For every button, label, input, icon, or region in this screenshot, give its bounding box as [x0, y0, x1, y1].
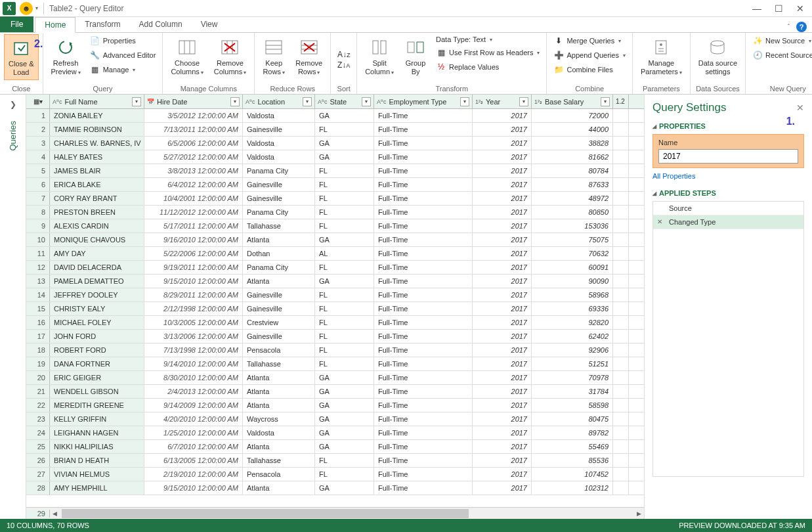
cell-fullname[interactable]: MEREDITH GREENE: [50, 399, 144, 412]
cell-year[interactable]: 2017: [473, 385, 532, 398]
cell-hiredate[interactable]: 4/20/2010 12:00:00 AM: [144, 412, 243, 426]
table-row[interactable]: 12DAVID DELACERDA9/19/2011 12:00:00 AMPa…: [26, 261, 644, 275]
cell-year[interactable]: 2017: [473, 371, 532, 384]
table-row[interactable]: 26BRIAN D HEATH6/13/2005 12:00:00 AMTall…: [26, 454, 644, 468]
cell-location[interactable]: Tallahasse: [243, 454, 315, 467]
filter-icon[interactable]: ▾: [519, 97, 528, 106]
refresh-preview-button[interactable]: Refresh Preview: [47, 34, 85, 79]
cell-fullname[interactable]: HALEY BATES: [50, 150, 144, 164]
cell-salary[interactable]: 44000: [532, 123, 613, 136]
table-row[interactable]: 1ZONIA BAILEY3/5/2012 12:00:00 AMValdost…: [26, 109, 644, 123]
cell-fullname[interactable]: DANA FORTNER: [50, 357, 144, 370]
cell-extra[interactable]: [613, 219, 629, 233]
cell-state[interactable]: FL: [315, 302, 374, 315]
cell-salary[interactable]: 90090: [532, 275, 613, 288]
cell-extra[interactable]: [613, 481, 629, 495]
cell-hiredate[interactable]: 3/8/2013 12:00:00 AM: [144, 164, 243, 177]
cell-extra[interactable]: [613, 454, 629, 467]
table-row[interactable]: 11AMY DAY5/22/2006 12:00:00 AMDothanALFu…: [26, 247, 644, 261]
table-row[interactable]: 5JAMES BLAIR3/8/2013 12:00:00 AMPanama C…: [26, 164, 644, 178]
cell-salary[interactable]: 107452: [532, 468, 613, 481]
cell-hiredate[interactable]: 5/17/2011 12:00:00 AM: [144, 219, 243, 233]
cell-fullname[interactable]: JOHN FORD: [50, 330, 144, 343]
cell-state[interactable]: FL: [315, 206, 374, 219]
cell-location[interactable]: Gainesville: [243, 288, 315, 301]
data-type-button[interactable]: Data Type: Text: [433, 34, 542, 45]
table-row[interactable]: 9ALEXIS CARDIN5/17/2011 12:00:00 AMTalla…: [26, 219, 644, 233]
cell-year[interactable]: 2017: [473, 440, 532, 453]
cell-extra[interactable]: [613, 468, 629, 481]
cell-location[interactable]: Atlanta: [243, 440, 315, 453]
cell-location[interactable]: Valdosta: [243, 426, 315, 439]
queries-rail[interactable]: ❯ Queries: [0, 95, 26, 519]
cell-extra[interactable]: [613, 371, 629, 384]
cell-year[interactable]: 2017: [473, 164, 532, 177]
cell-location[interactable]: Panama City: [243, 261, 315, 274]
cell-employment[interactable]: Full-Time: [374, 288, 473, 301]
cell-location[interactable]: Gainesville: [243, 123, 315, 136]
cell-salary[interactable]: 89782: [532, 426, 613, 439]
cell-extra[interactable]: [613, 357, 629, 370]
cell-employment[interactable]: Full-Time: [374, 357, 473, 370]
col-fullname[interactable]: AᴮcFull Name▾: [50, 95, 144, 108]
cell-salary[interactable]: 80850: [532, 206, 613, 219]
remove-rows-button[interactable]: Remove Rows: [291, 34, 326, 79]
remove-columns-button[interactable]: Remove Columns: [210, 34, 250, 79]
cell-salary[interactable]: 58968: [532, 288, 613, 301]
col-extra[interactable]: 1.2: [613, 95, 629, 108]
cell-extra[interactable]: [613, 330, 629, 343]
cell-extra[interactable]: [613, 261, 629, 274]
cell-fullname[interactable]: AMY DAY: [50, 247, 144, 260]
cell-state[interactable]: GA: [315, 481, 374, 495]
cell-salary[interactable]: 58598: [532, 399, 613, 412]
cell-salary[interactable]: 87633: [532, 178, 613, 191]
cell-extra[interactable]: [613, 178, 629, 191]
cell-location[interactable]: Gainesville: [243, 330, 315, 343]
table-row[interactable]: 19DANA FORTNER9/14/2010 12:00:00 AMTalla…: [26, 357, 644, 371]
close-and-load-button[interactable]: Close & Load: [4, 34, 39, 80]
cell-hiredate[interactable]: 9/19/2011 12:00:00 AM: [144, 261, 243, 274]
tab-transform[interactable]: Transform: [75, 16, 129, 32]
cell-hiredate[interactable]: 1/25/2010 12:00:00 AM: [144, 426, 243, 439]
cell-location[interactable]: Crestview: [243, 316, 315, 329]
cell-fullname[interactable]: ROBERT FORD: [50, 344, 144, 357]
cell-extra[interactable]: [613, 288, 629, 301]
cell-hiredate[interactable]: 9/15/2010 12:00:00 AM: [144, 275, 243, 288]
replace-values-button[interactable]: ½Replace Values: [433, 60, 542, 74]
cell-fullname[interactable]: TAMMIE ROBINSON: [50, 123, 144, 136]
table-row[interactable]: 3CHARLES W. BARNES, IV6/5/2006 12:00:00 …: [26, 137, 644, 150]
cell-fullname[interactable]: JEFFREY DOOLEY: [50, 288, 144, 301]
cell-state[interactable]: FL: [315, 288, 374, 301]
cell-extra[interactable]: [613, 385, 629, 398]
cell-hiredate[interactable]: 9/14/2010 12:00:00 AM: [144, 357, 243, 370]
cell-fullname[interactable]: KELLY GRIFFIN: [50, 412, 144, 426]
cell-employment[interactable]: Full-Time: [374, 468, 473, 481]
cell-employment[interactable]: Full-Time: [374, 316, 473, 329]
table-row[interactable]: 25NIKKI HALIPILIAS6/7/2010 12:00:00 AMAt…: [26, 440, 644, 454]
cell-year[interactable]: 2017: [473, 344, 532, 357]
cell-location[interactable]: Panama City: [243, 206, 315, 219]
cell-location[interactable]: Pensacola: [243, 344, 315, 357]
tab-view[interactable]: View: [192, 16, 227, 32]
cell-employment[interactable]: Full-Time: [374, 302, 473, 315]
filter-icon[interactable]: ▾: [132, 97, 141, 106]
cell-salary[interactable]: 70978: [532, 371, 613, 384]
step-changed-type[interactable]: Changed Type: [653, 215, 803, 229]
cell-extra[interactable]: [613, 247, 629, 260]
manage-parameters-button[interactable]: Manage Parameters: [637, 34, 686, 79]
cell-salary[interactable]: 80784: [532, 164, 613, 177]
cell-employment[interactable]: Full-Time: [374, 440, 473, 453]
cell-location[interactable]: Valdosta: [243, 137, 315, 150]
col-year[interactable]: 1²₃Year▾: [473, 95, 532, 108]
cell-state[interactable]: FL: [315, 468, 374, 481]
table-row[interactable]: 8PRESTON BREEN11/12/2012 12:00:00 AMPana…: [26, 206, 644, 219]
cell-hiredate[interactable]: 2/12/1998 12:00:00 AM: [144, 302, 243, 315]
cell-location[interactable]: Tallahasse: [243, 219, 315, 233]
new-source-button[interactable]: ✨New Source: [750, 34, 812, 47]
table-row[interactable]: 27VIVIAN HELMUS2/19/2010 12:00:00 AMPens…: [26, 468, 644, 481]
cell-year[interactable]: 2017: [473, 426, 532, 439]
cell-location[interactable]: Gainesville: [243, 178, 315, 191]
step-source[interactable]: Source: [653, 202, 803, 215]
table-row[interactable]: 28AMY HEMPHILL9/15/2010 12:00:00 AMAtlan…: [26, 481, 644, 495]
cell-employment[interactable]: Full-Time: [374, 192, 473, 205]
